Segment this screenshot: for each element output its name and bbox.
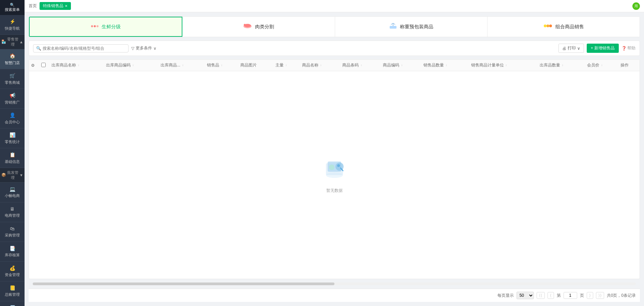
sidebar-item-retail-stats[interactable]: 📊 零售统计 — [0, 128, 25, 148]
col-product-image[interactable]: 商品图片 — [238, 60, 273, 71]
svg-point-0 — [91, 25, 93, 27]
select-all-checkbox[interactable] — [41, 63, 46, 67]
sidebar-item-smart-store[interactable]: 🏠 智慧门店 — [0, 49, 25, 69]
filter-icon: ▽ — [131, 46, 134, 51]
col-product-barcode[interactable]: 商品条码 ↕ — [340, 60, 381, 71]
col-product-name[interactable]: 商品名称 ↕ — [300, 60, 341, 71]
table-checkbox-col[interactable] — [39, 60, 49, 71]
first-page-button[interactable]: ⟨⟨ — [537, 292, 545, 299]
sidebar-item-marketing[interactable]: 📢 营销推广 — [0, 89, 25, 109]
cat-tab-combo[interactable]: 组合商品销售 — [488, 17, 640, 37]
tab-close-icon[interactable]: ✕ — [65, 4, 68, 8]
svg-rect-6 — [390, 26, 396, 29]
svg-point-10 — [544, 25, 546, 27]
print-label: 打印 — [568, 45, 576, 51]
help-icon: ❓ — [621, 46, 627, 51]
sidebar-item-label: 零售管理 — [7, 37, 19, 47]
sidebar-item-label: 电商管理 — [5, 213, 20, 218]
search-input[interactable] — [43, 46, 118, 51]
per-page-label: 每页显示 — [497, 293, 514, 299]
page-size-select[interactable]: 50 10 20 100 — [516, 292, 534, 299]
cat-tab-label: 肉类分割 — [255, 24, 274, 30]
col-product-code[interactable]: 商品编码 ↕ — [381, 60, 421, 71]
next-page-button[interactable]: ⟩ — [587, 292, 593, 299]
svg-point-11 — [546, 25, 549, 27]
search-box[interactable]: 🔍 — [33, 44, 129, 52]
sidebar-item-finance[interactable]: 💰 资金管理 — [0, 262, 25, 281]
col-warehouse-product-more[interactable]: 出库商品... ↕ — [159, 60, 205, 71]
sidebar-item-retail-mall[interactable]: 🛒 零售商城 — [0, 69, 25, 89]
main-content: 首页 特殊销售品 ✕ 用 生鲜分级 — [25, 0, 644, 306]
sort-icon: ↕ — [361, 64, 362, 67]
meat-cut-icon — [243, 23, 252, 31]
sidebar-item-retail-mgmt[interactable]: 🏪 零售管理 ▲ — [0, 35, 25, 49]
sidebar-search[interactable]: 🔍 搜索菜单 — [0, 0, 25, 15]
col-outbound-qty[interactable]: 出库品数量 ↕ — [538, 60, 585, 71]
sidebar-item-label: 营销推广 — [5, 100, 20, 105]
ecom-mgmt-icon: 🖥 — [10, 206, 15, 213]
svg-point-5 — [244, 24, 246, 26]
sidebar-item-ecommerce-small[interactable]: 💻 小畅电商 — [0, 183, 25, 202]
help-button[interactable]: ❓ 帮助 — [621, 45, 635, 51]
cat-tab-label: 生鲜分级 — [102, 24, 121, 30]
filter-button[interactable]: ▽ 更多条件 ∨ — [131, 45, 156, 51]
sidebar-item-basic-info[interactable]: 📋 基础信息 — [0, 148, 25, 168]
col-sales-qty[interactable]: 销售品数量 ↕ — [421, 60, 469, 71]
col-action: 操作 — [618, 60, 640, 71]
add-product-button[interactable]: + 新增销售品 — [587, 44, 619, 53]
sidebar-item-inventory[interactable]: 📑 库存核算 — [0, 242, 25, 262]
sidebar-item-label: 库存核算 — [5, 253, 20, 258]
toolbar-right: 🖨 打印 ∨ + 新增销售品 ❓ 帮助 — [558, 44, 635, 53]
sidebar-item-label: 批发管理 — [7, 170, 19, 180]
info-icon: 📋 — [10, 152, 15, 158]
sidebar-item-quick-nav[interactable]: ⚡ 快捷导航 — [0, 15, 25, 35]
inventory-icon: 📑 — [10, 245, 15, 252]
sidebar-item-purchase[interactable]: 🛍 采购管理 — [0, 222, 25, 242]
sidebar-item-wholesale[interactable]: 📦 批发管理 ▼ — [0, 168, 25, 183]
sidebar-item-label: 快捷导航 — [5, 26, 20, 31]
add-label: + 新增销售品 — [591, 45, 615, 51]
wholesale-icon: 📦 — [1, 173, 6, 177]
last-page-button[interactable]: ⟩⟩ — [596, 292, 604, 299]
stats-icon: 📊 — [10, 132, 15, 139]
sidebar-item-ecommerce-mgmt[interactable]: 🖥 电商管理 — [0, 202, 25, 222]
print-button[interactable]: 🖨 打印 ∨ — [558, 44, 584, 53]
sort-icon: ↕ — [446, 64, 447, 67]
purchase-icon: 🛍 — [10, 226, 15, 232]
table-settings-col[interactable]: ⚙ — [29, 60, 39, 71]
col-warehouse-product-code[interactable]: 出库商品编码 ↕ — [104, 60, 159, 71]
page-input[interactable] — [564, 292, 577, 299]
sort-icon: ↕ — [601, 64, 602, 67]
chevron-down-icon: ∨ — [153, 46, 156, 51]
breadcrumb-home[interactable]: 首页 — [29, 3, 37, 9]
cat-tab-meat-cut[interactable]: 肉类分割 — [182, 17, 335, 37]
cat-tab-fresh-grading[interactable]: 生鲜分级 — [29, 17, 182, 37]
sort-icon: ↕ — [506, 64, 507, 67]
ecom-icon: 💻 — [10, 186, 15, 193]
sidebar-item-label: 总账管理 — [5, 292, 20, 297]
svg-point-1 — [94, 25, 96, 27]
col-warehouse-product-name[interactable]: 出库商品名称 ↕ — [49, 60, 104, 71]
avatar-text: 用 — [634, 4, 638, 9]
col-sales-product[interactable]: 销售品 ↕ — [205, 60, 238, 71]
horizontal-scrollbar[interactable] — [33, 282, 636, 285]
sidebar-item-label: 智慧门店 — [5, 60, 20, 65]
svg-point-12 — [549, 25, 552, 27]
members-icon: 👤 — [10, 112, 15, 119]
active-tab[interactable]: 特殊销售品 ✕ — [40, 2, 71, 10]
store-icon: 🏠 — [10, 53, 15, 60]
page-unit: 页 — [580, 293, 584, 299]
sort-icon: ↕ — [562, 64, 563, 67]
col-sales-unit[interactable]: 销售商品计量单位 ↕ — [469, 60, 538, 71]
col-main-qty[interactable]: 主量 ↕ — [273, 60, 300, 71]
prev-page-button[interactable]: ⟨ — [548, 292, 554, 299]
scroll-thumb[interactable] — [33, 282, 334, 285]
col-member-price[interactable]: 会员价 ↕ — [585, 60, 618, 71]
svg-line-9 — [393, 23, 395, 25]
cat-tab-prepack[interactable]: 称重预包装商品 — [335, 17, 488, 37]
empty-icon — [321, 156, 348, 184]
sidebar-item-label: 零售统计 — [5, 139, 20, 144]
sidebar-item-ledger[interactable]: 📒 总账管理 — [0, 281, 25, 301]
sidebar-item-members[interactable]: 👤 会员中心 — [0, 109, 25, 128]
sidebar-item-invoice[interactable]: 🧾 发票管理 — [0, 301, 25, 306]
